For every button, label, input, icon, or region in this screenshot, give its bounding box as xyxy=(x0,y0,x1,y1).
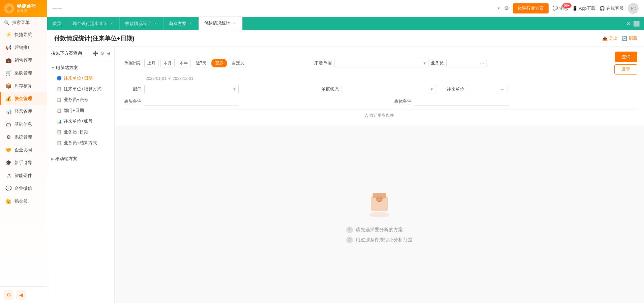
filter-col-staff: 业务员 ··· xyxy=(423,59,610,67)
sidebar-item-wechat[interactable]: 💬 企业微信 xyxy=(0,182,47,195)
tab-payment-stats-label: 付款情况统计 xyxy=(204,20,230,26)
message-icon: 💬 xyxy=(553,6,558,11)
sidebar-item-quick-nav[interactable]: ⚡ 快捷导航 xyxy=(0,28,47,41)
sidebar-item-operations[interactable]: 📊 经营管理 xyxy=(0,105,47,118)
scheme-collapse-icon[interactable]: ◀ xyxy=(107,51,110,56)
marketing-icon: 📢 xyxy=(5,44,12,51)
table-header-note-input[interactable] xyxy=(144,97,239,105)
sidebar-item-sales[interactable]: 💼 销售管理 xyxy=(0,54,47,67)
refresh-button[interactable]: 🔄 刷新 xyxy=(622,35,637,41)
scheme-item-partner-date[interactable]: 🔵 往来单位+日期 xyxy=(47,73,114,84)
scheme-section-pc-title[interactable]: ▼ 电脑端方案 xyxy=(47,63,114,73)
scheme-item-staff-date[interactable]: 📋 业务员+日期 xyxy=(47,127,114,138)
sidebar-item-label: 营销推广 xyxy=(14,44,32,51)
enterprise-icon: 🤝 xyxy=(5,147,12,153)
scheme-add-icon[interactable]: ➕ xyxy=(92,51,98,56)
dept-select[interactable]: ▾ xyxy=(144,85,239,93)
doc-status-select[interactable]: ▾ xyxy=(342,85,436,93)
tab-payment-stats-close[interactable]: × xyxy=(232,21,237,26)
settings-button[interactable]: 设置 xyxy=(614,64,637,74)
scheme-item-label: 部门+日期 xyxy=(64,108,84,114)
page-header-actions: 📤 导出 🔄 刷新 xyxy=(602,35,637,41)
hardware-icon: 🖨 xyxy=(5,173,12,179)
tab-window-buttons: ✕ ⬜ xyxy=(622,17,644,30)
tab-bank-flow-close[interactable]: × xyxy=(110,21,114,26)
sidebar-item-purchase[interactable]: 🛒 采购管理 xyxy=(0,67,47,80)
system-icon: ⚙ xyxy=(5,134,12,140)
filter-col-partner: 往来单位 ··· xyxy=(444,85,637,93)
date-btn-custom[interactable]: 自定义 xyxy=(229,59,247,67)
topbar-settings-icon[interactable]: ⚙ xyxy=(504,5,509,11)
export-button[interactable]: 📤 导出 xyxy=(602,35,618,41)
date-btn-more[interactable]: 更多 xyxy=(211,59,227,67)
avatar-placeholder: Rit xyxy=(631,6,636,11)
sidebar-nav: ⚡ 快捷导航 📢 营销推广 💼 销售管理 🛒 采购管理 📦 库存核算 💰 资金管… xyxy=(0,28,47,286)
sidebar-search[interactable]: 🔍 搜索菜单 xyxy=(0,17,47,28)
tab-collection-stats[interactable]: 收款情况统计 × xyxy=(120,17,164,30)
scheme-settings-icon[interactable]: ⚙ xyxy=(100,51,105,56)
topbar-app-download[interactable]: 📱 App下载 xyxy=(572,5,595,11)
service-icon: 🎧 xyxy=(599,6,605,11)
content-area: 按以下方案查询 ➕ ⚙ ◀ ▼ 电脑端方案 🔵 往来单位+日期 📋 往来单位+结… xyxy=(47,47,644,303)
trial-industry-button[interactable]: 体验行业方案 xyxy=(513,3,549,13)
tab-payment-stats[interactable]: 付款情况统计 × xyxy=(199,17,242,30)
scheme-item-partner-payment[interactable]: 📋 往来单位+结算方式 xyxy=(47,84,114,94)
breadcrumb-text: — — xyxy=(53,6,62,11)
tab-bank-flow-label: 现金银行流水查询 xyxy=(72,21,108,27)
sidebar-item-system[interactable]: ⚙ 系统管理 xyxy=(0,131,47,144)
topbar-messages[interactable]: 💬 消息 99+ xyxy=(553,5,568,11)
date-btn-last-month[interactable]: 上月 xyxy=(144,59,158,67)
sidebar-settings-btn[interactable]: ⚙ xyxy=(4,290,13,300)
date-btn-this-month[interactable]: 本月 xyxy=(160,59,175,67)
date-btn-this-year[interactable]: 本年 xyxy=(177,59,191,67)
sidebar-item-label: 畅会员 xyxy=(14,198,28,204)
collapse-more-btn[interactable]: ⋀ 收起更多条件 xyxy=(121,110,637,121)
topbar-online-service[interactable]: 🎧 在线客服 xyxy=(599,5,624,11)
scheme-item-label: 往来单位+日期 xyxy=(64,75,93,81)
sidebar-item-finance[interactable]: 💰 资金管理 xyxy=(0,92,47,105)
doc-status-chevron-icon: ▾ xyxy=(431,87,433,92)
query-button[interactable]: 查询 xyxy=(615,52,637,62)
page-header: 付款情况统计(往来单位+日期) 📤 导出 🔄 刷新 xyxy=(47,30,644,47)
date-btn-last-7-days[interactable]: 近7天 xyxy=(193,59,209,67)
topbar-chevron-icon[interactable]: ▾ xyxy=(498,6,500,11)
pc-section-arrow: ▼ xyxy=(51,66,55,70)
sidebar-item-enterprise[interactable]: 🤝 企业协同 xyxy=(0,144,47,156)
collapse-label: 收起更多条件 xyxy=(370,113,394,118)
sidebar-item-basic[interactable]: 🗃 基础信息 xyxy=(0,118,47,131)
partner-select[interactable]: ··· xyxy=(467,85,507,93)
pc-section-label: 电脑端方案 xyxy=(56,65,78,71)
sidebar-item-label: 新手引导 xyxy=(14,160,32,166)
scheme-item-partner-account[interactable]: 📊 往来单位+账号 xyxy=(47,116,114,127)
sidebar-item-marketing[interactable]: 📢 营销推广 xyxy=(0,41,47,54)
tab-home[interactable]: 首页 xyxy=(47,17,67,30)
staff-account-icon: 📋 xyxy=(57,97,62,102)
scheme-section-mobile-title[interactable]: ▶ 移动端方案 xyxy=(47,154,114,164)
tab-collection-stats-close[interactable]: × xyxy=(153,21,158,26)
maximize-window-btn[interactable]: ⬜ xyxy=(633,21,640,27)
scheme-item-staff-account[interactable]: 📋 业务员+账号 xyxy=(47,94,114,105)
tab-new-scheme-close[interactable]: × xyxy=(188,21,193,26)
sidebar-item-guide[interactable]: 🎓 新手引导 xyxy=(0,156,47,169)
tab-bank-flow[interactable]: 现金银行流水查询 × xyxy=(67,17,120,30)
source-select[interactable]: ▾ xyxy=(334,59,429,67)
filter-col-date: 单据日期 上月 本月 本年 近7天 更多 自定义 xyxy=(121,59,308,67)
sidebar-item-inventory[interactable]: 📦 库存核算 xyxy=(0,80,47,92)
scheme-item-dept-date[interactable]: 📋 部门+日期 xyxy=(47,105,114,116)
scheme-item-label: 业务员+日期 xyxy=(64,129,88,135)
table-body-note-input[interactable] xyxy=(414,97,509,105)
close-window-btn[interactable]: ✕ xyxy=(626,21,631,27)
finance-icon: 💰 xyxy=(5,96,12,102)
scheme-item-staff-payment[interactable]: 📋 业务员+结算方式 xyxy=(47,138,114,148)
basic-icon: 🗃 xyxy=(5,122,12,127)
online-service-label: 在线客服 xyxy=(606,5,624,11)
date-range-row: 2022-01-01 至 2022-12-31 xyxy=(121,76,637,82)
user-avatar[interactable]: Rit xyxy=(628,3,639,14)
filter-col-table-header-note: 表头备注 xyxy=(121,97,367,105)
tabbar: 首页 现金银行流水查询 × 收款情况统计 × 新建方案 × 付款情况统计 × ✕… xyxy=(47,17,644,30)
sidebar-collapse-btn[interactable]: ◀ xyxy=(16,290,26,300)
sidebar-item-hardware[interactable]: 🖨 智能硬件 xyxy=(0,169,47,182)
tab-new-scheme[interactable]: 新建方案 × xyxy=(164,17,199,30)
staff-select[interactable]: ··· xyxy=(446,59,487,67)
sidebar-item-member[interactable]: 👑 畅会员 xyxy=(0,195,47,208)
